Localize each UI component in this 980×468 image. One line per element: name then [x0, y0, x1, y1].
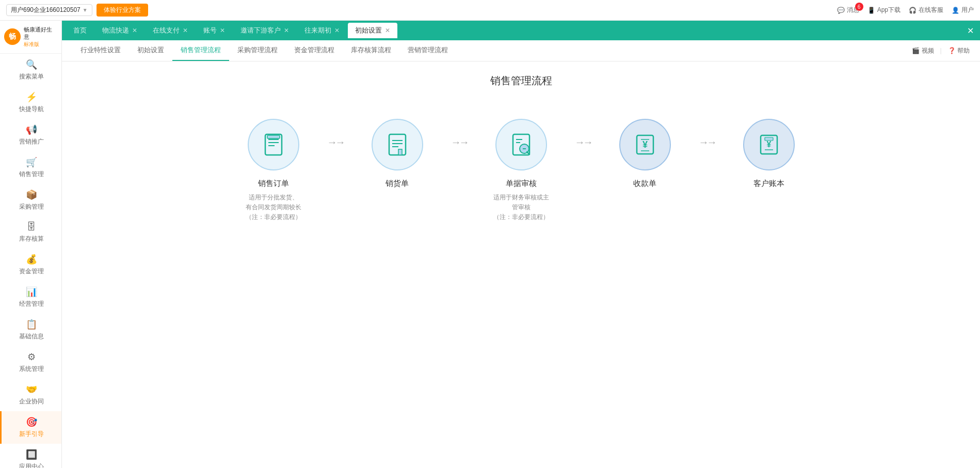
- sidebar-item-ops-mgmt[interactable]: 📊 经营管理: [0, 281, 61, 314]
- sub-tab-stock-flow[interactable]: 库存核算流程: [343, 40, 399, 61]
- sidebar-item-sys-mgmt[interactable]: ⚙ 系统管理: [0, 346, 61, 379]
- sidebar-item-label: 企业协同: [19, 397, 44, 406]
- tab-home-label: 首页: [73, 26, 87, 35]
- flow-desc-sales-order: 适用于分批发货、有合同发货周期较长（注：非必要流程）: [246, 193, 301, 223]
- help-action[interactable]: ❓ 帮助: [948, 46, 970, 55]
- stock-icon: 🗄: [27, 222, 36, 232]
- flow-diagram: 销售订单 适用于分批发货、有合同发货周期较长（注：非必要流程） →→: [83, 119, 959, 223]
- svg-rect-5: [389, 134, 406, 155]
- sidebar-nav: 🔍 搜索菜单 ⚡ 快捷导航 📢 营销推广 🛒 销售管理 📦 采购管理 🗄: [0, 54, 61, 468]
- video-action[interactable]: 🎬 视频: [912, 46, 934, 55]
- tab-logistics[interactable]: 物流快递 ✕: [95, 23, 144, 38]
- app-label: App下载: [877, 6, 901, 14]
- flow-step-doc-review: 单据审核 适用于财务审核或主管审核（注：非必要流程）: [475, 119, 568, 223]
- trial-button[interactable]: 体验行业方案: [97, 4, 148, 17]
- sub-tab-sales-flow[interactable]: 销售管理流程: [172, 40, 229, 61]
- message-item[interactable]: 💬 消息 6: [837, 6, 859, 14]
- sub-tab-stock-flow-label: 库存核算流程: [351, 46, 391, 54]
- tab-payment[interactable]: 在线支付 ✕: [146, 23, 195, 38]
- user-name-label: 用户: [961, 6, 974, 14]
- tab-period[interactable]: 往来期初 ✕: [297, 23, 347, 38]
- tab-bar: 首页 物流快递 ✕ 在线支付 ✕ 账号 ✕ 邀请下游客户 ✕ 往来期初 ✕: [62, 21, 980, 40]
- quick-nav-icon: ⚡: [26, 91, 37, 103]
- sidebar-item-finance-mgmt[interactable]: 💰 资金管理: [0, 248, 61, 281]
- logo-icon: 畅: [4, 28, 21, 45]
- sidebar-item-label: 应用中心: [19, 462, 44, 468]
- sidebar-item-sales-mgmt[interactable]: 🛒 销售管理: [0, 151, 61, 184]
- logo-name: 畅康通好生意: [24, 26, 57, 41]
- sub-tab-finance-flow[interactable]: 资金管理流程: [286, 40, 343, 61]
- ledger-icon: ¥: [756, 131, 782, 158]
- sub-tab-init[interactable]: 初始设置: [129, 40, 172, 61]
- logo-tag: 标准版: [24, 41, 57, 48]
- new-guide-icon: 🎯: [26, 416, 37, 428]
- sub-tab-industry-label: 行业特性设置: [81, 46, 121, 54]
- sidebar-item-label: 搜索菜单: [19, 72, 44, 81]
- flow-label-sales-order: 销售订单: [258, 179, 289, 189]
- sidebar-item-app-center[interactable]: 🔲 应用中心: [0, 444, 61, 468]
- flow-label-sales-invoice: 销货单: [385, 179, 409, 189]
- sidebar-item-quick-nav[interactable]: ⚡ 快捷导航: [0, 86, 61, 119]
- service-label: 在线客服: [919, 6, 943, 14]
- tab-account-close[interactable]: ✕: [220, 27, 225, 34]
- user-selector[interactable]: 用户690企业1660120507 ▼: [6, 4, 92, 16]
- receipt-icon: ¥: [632, 131, 658, 158]
- tab-home[interactable]: 首页: [66, 23, 94, 38]
- app-icon: 📱: [867, 7, 875, 14]
- sidebar-item-label: 快捷导航: [19, 105, 44, 114]
- sidebar-item-stock-calc[interactable]: 🗄 库存核算: [0, 216, 61, 248]
- flow-step-sales-order: 销售订单 适用于分批发货、有合同发货周期较长（注：非必要流程）: [227, 119, 320, 223]
- tab-payment-close[interactable]: ✕: [183, 27, 188, 34]
- tab-period-close[interactable]: ✕: [334, 27, 340, 34]
- tab-init-settings[interactable]: 初始设置 ✕: [348, 23, 397, 38]
- headset-icon: 🎧: [909, 7, 917, 14]
- sidebar-item-label: 系统管理: [19, 365, 44, 373]
- flow-arrow-2: →→: [444, 136, 475, 148]
- flow-arrow-4: →→: [692, 136, 722, 148]
- invoice-icon: [384, 131, 411, 158]
- sidebar-item-label: 基础信息: [19, 332, 44, 341]
- purchase-icon: 📦: [26, 189, 37, 200]
- dropdown-arrow-icon: ▼: [83, 7, 88, 13]
- tab-account-label: 账号: [203, 26, 217, 35]
- avatar-icon: 👤: [952, 7, 959, 14]
- sub-tab-industry[interactable]: 行业特性设置: [72, 40, 129, 61]
- flow-step-customer-ledger: ¥ 客户账本: [722, 119, 815, 193]
- sub-tab-init-label: 初始设置: [137, 46, 164, 54]
- sidebar-item-purchase-mgmt[interactable]: 📦 采购管理: [0, 184, 61, 216]
- tab-logistics-close[interactable]: ✕: [132, 27, 137, 34]
- sidebar-item-corp-collab[interactable]: 🤝 企业协同: [0, 379, 61, 411]
- tab-logistics-label: 物流快递: [102, 26, 129, 35]
- flow-circle-receipt: ¥: [619, 119, 671, 170]
- user-avatar-item[interactable]: 👤 用户: [952, 6, 974, 14]
- sidebar-item-marketing-promo[interactable]: 📢 营销推广: [0, 119, 61, 151]
- flow-step-sales-invoice: 销货单: [351, 119, 444, 193]
- sidebar-item-search[interactable]: 🔍 搜索菜单: [0, 54, 61, 86]
- app-center-icon: 🔲: [26, 449, 37, 460]
- tab-payment-label: 在线支付: [153, 26, 180, 35]
- review-icon: [508, 131, 535, 158]
- service-item[interactable]: 🎧 在线客服: [909, 6, 943, 14]
- flow-arrow-1: →→: [320, 136, 351, 148]
- tab-account[interactable]: 账号 ✕: [196, 23, 232, 38]
- tab-bar-close-all[interactable]: ✕: [967, 26, 974, 36]
- app-download-item[interactable]: 📱 App下载: [867, 6, 901, 14]
- sidebar-item-label: 经营管理: [19, 300, 44, 308]
- sidebar-item-basic-info[interactable]: 📋 基础信息: [0, 314, 61, 346]
- sidebar-item-label: 营销推广: [19, 137, 44, 146]
- content-area: 首页 物流快递 ✕ 在线支付 ✕ 账号 ✕ 邀请下游客户 ✕ 往来期初 ✕: [62, 21, 980, 468]
- flow-desc-doc-review: 适用于财务审核或主管审核（注：非必要流程）: [493, 193, 549, 223]
- tab-invite-close[interactable]: ✕: [284, 27, 289, 34]
- finance-icon: 💰: [26, 254, 37, 265]
- sidebar-item-new-guide[interactable]: 🎯 新手引导: [0, 411, 61, 444]
- sub-tab-purchase-flow[interactable]: 采购管理流程: [229, 40, 286, 61]
- tab-period-label: 往来期初: [304, 26, 331, 35]
- sidebar-item-label: 资金管理: [19, 267, 44, 276]
- tab-init-settings-label: 初始设置: [355, 26, 382, 35]
- svg-rect-21: [765, 137, 773, 141]
- sidebar: 畅 畅康通好生意 标准版 🔍 搜索菜单 ⚡ 快捷导航 📢 营销推广 🛒: [0, 21, 62, 468]
- tab-init-settings-close[interactable]: ✕: [385, 27, 390, 34]
- top-bar-right: 💬 消息 6 📱 App下载 🎧 在线客服 👤 用户: [837, 6, 974, 14]
- tab-invite[interactable]: 邀请下游客户 ✕: [233, 23, 296, 38]
- sub-tab-marketing-flow[interactable]: 营销管理流程: [399, 40, 456, 61]
